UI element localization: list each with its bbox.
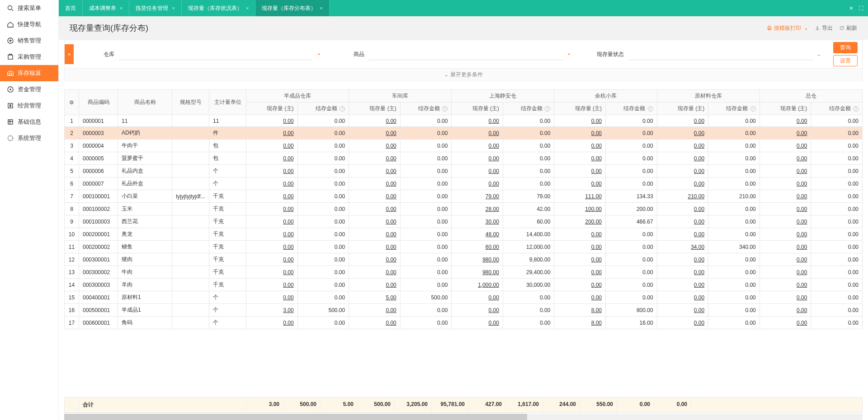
tab-4[interactable]: 现存量（库存分布表）× [255, 0, 329, 16]
qty-cell[interactable]: 0.00 [349, 127, 401, 140]
sidebar-item-0[interactable]: 搜索菜单 [0, 0, 58, 16]
tab-close-icon[interactable]: × [320, 5, 322, 11]
qty-cell[interactable]: 0.00 [349, 190, 401, 203]
qty-cell[interactable]: 0.00 [349, 203, 401, 215]
qty-cell[interactable]: 0.00 [760, 152, 811, 165]
qty-cell[interactable]: 0.00 [349, 266, 401, 279]
sidebar-item-1[interactable]: 快捷导航 [0, 16, 58, 33]
gear-column[interactable]: ⚙ [65, 90, 79, 115]
table-row[interactable]: 1000000111110.000.000.000.000.000.000.00… [65, 115, 863, 127]
status-input[interactable] [628, 48, 813, 60]
qty-cell[interactable]: 0.00 [452, 317, 503, 329]
qty-cell[interactable]: 0.00 [554, 241, 606, 253]
qty-cell[interactable]: 0.00 [349, 241, 401, 253]
qty-cell[interactable]: 0.00 [760, 190, 811, 203]
export-action[interactable]: 导出 [815, 24, 833, 32]
tab-3[interactable]: 现存量（库存状况表）× [182, 0, 255, 16]
qty-cell[interactable]: 0.00 [657, 304, 708, 317]
qty-cell[interactable]: 8.00 [554, 304, 606, 317]
qty-cell[interactable]: 0.00 [452, 291, 503, 304]
qty-cell[interactable]: 0.00 [452, 177, 503, 190]
qty-cell[interactable]: 0.00 [246, 253, 298, 266]
qty-cell[interactable]: 8.00 [554, 317, 606, 329]
qty-cell[interactable]: 0.00 [246, 127, 298, 140]
qty-cell[interactable]: 0.00 [760, 127, 811, 140]
help-icon[interactable]: ? [340, 106, 345, 112]
qty-cell[interactable]: 100.00 [554, 203, 606, 215]
qty-cell[interactable]: 0.00 [657, 279, 708, 291]
qty-cell[interactable]: 28.00 [452, 203, 503, 215]
qty-cell[interactable]: 0.00 [349, 152, 401, 165]
table-row[interactable]: 9000100003西兰花千克0.000.000.000.0030.0060.0… [65, 215, 863, 228]
table-row[interactable]: 13000300002牛肉千克0.000.000.000.00980.0029,… [65, 266, 863, 279]
table-row[interactable]: 30000004牛肉干包0.000.000.000.000.000.000.00… [65, 140, 863, 152]
warehouse-input[interactable] [119, 48, 313, 60]
qty-cell[interactable]: 1,000.00 [452, 279, 503, 291]
qty-cell[interactable]: 0.00 [760, 279, 811, 291]
qty-cell[interactable]: 0.00 [349, 228, 401, 241]
qty-cell[interactable]: 0.00 [246, 215, 298, 228]
table-row[interactable]: 15000400001原材料1个0.000.005.00500.000.000.… [65, 291, 863, 304]
qty-cell[interactable]: 0.00 [760, 165, 811, 177]
qty-cell[interactable]: 0.00 [246, 115, 298, 127]
sidebar-item-3[interactable]: 采购管理 [0, 49, 58, 65]
help-icon[interactable]: ? [853, 106, 859, 112]
qty-cell[interactable]: 0.00 [760, 304, 811, 317]
qty-cell[interactable]: 0.00 [760, 241, 811, 253]
qty-cell[interactable]: 0.00 [554, 115, 606, 127]
qty-cell[interactable]: 60.00 [452, 241, 503, 253]
qty-cell[interactable]: 0.00 [554, 165, 606, 177]
qty-cell[interactable]: 0.00 [760, 215, 811, 228]
qty-cell[interactable]: 0.00 [246, 152, 298, 165]
qty-cell[interactable]: 200.00 [554, 215, 606, 228]
qty-cell[interactable]: 0.00 [452, 152, 503, 165]
tab-0[interactable]: 首页 [59, 0, 83, 16]
tab-close-icon[interactable]: × [172, 5, 175, 11]
qty-cell[interactable]: 48.00 [452, 228, 503, 241]
qty-cell[interactable]: 0.00 [657, 291, 708, 304]
qty-cell[interactable]: 0.00 [657, 152, 708, 165]
table-row[interactable]: 17000600001角码个0.000.000.000.000.000.008.… [65, 317, 863, 329]
qty-cell[interactable]: 0.00 [246, 177, 298, 190]
qty-cell[interactable]: 0.00 [452, 304, 503, 317]
qty-cell[interactable]: 0.00 [246, 203, 298, 215]
table-row[interactable]: 40000005菠萝蜜干包0.000.000.000.000.000.000.0… [65, 152, 863, 165]
scrollbar-thumb[interactable] [64, 414, 527, 420]
qty-cell[interactable]: 0.00 [452, 115, 503, 127]
warehouse-picker-icon[interactable]: ··· [313, 51, 324, 57]
sidebar-item-4[interactable]: 库存核算 [0, 65, 58, 81]
qty-cell[interactable]: 111.00 [554, 190, 606, 203]
qty-cell[interactable]: 0.00 [349, 165, 401, 177]
qty-cell[interactable]: 0.00 [246, 165, 298, 177]
qty-cell[interactable]: 0.00 [760, 115, 811, 127]
qty-cell[interactable]: 0.00 [554, 228, 606, 241]
print-action[interactable]: 按模板打印 ⌄ [767, 24, 808, 32]
sidebar-item-8[interactable]: 系统管理 [0, 130, 58, 146]
collapse-handle[interactable]: » [65, 44, 74, 64]
qty-cell[interactable]: 980.00 [452, 266, 503, 279]
qty-cell[interactable]: 0.00 [657, 140, 708, 152]
qty-cell[interactable]: 0.00 [657, 266, 708, 279]
qty-cell[interactable]: 0.00 [349, 215, 401, 228]
tab-2[interactable]: 拣货任务管理× [129, 0, 181, 16]
qty-cell[interactable]: 0.00 [246, 228, 298, 241]
qty-cell[interactable]: 0.00 [554, 291, 606, 304]
qty-cell[interactable]: 0.00 [657, 215, 708, 228]
table-row[interactable]: 14000300003羊肉千克0.000.000.000.001,000.003… [65, 279, 863, 291]
expand-conditions[interactable]: ⌄ 展开更多条件 [64, 69, 863, 81]
qty-cell[interactable]: 0.00 [554, 140, 606, 152]
qty-cell[interactable]: 0.00 [554, 266, 606, 279]
qty-cell[interactable]: 980.00 [452, 253, 503, 266]
table-row[interactable]: 7000100001小白菜tyjyjtyjtyjdf...千克0.000.000… [65, 190, 863, 203]
sidebar-item-2[interactable]: 销售管理 [0, 33, 58, 49]
qty-cell[interactable]: 0.00 [246, 291, 298, 304]
table-row[interactable]: 11000200002鳗鱼千克0.000.000.000.0060.0012,0… [65, 241, 863, 253]
qty-cell[interactable]: 0.00 [760, 140, 811, 152]
qty-cell[interactable]: 0.00 [760, 253, 811, 266]
table-row[interactable]: 60000007礼品外盒个0.000.000.000.000.000.000.0… [65, 177, 863, 190]
table-row[interactable]: 10000200001奥龙千克0.000.000.000.0048.0014,4… [65, 228, 863, 241]
qty-cell[interactable]: 0.00 [657, 228, 708, 241]
tab-close-icon[interactable]: × [120, 5, 123, 11]
qty-cell[interactable]: 0.00 [349, 317, 401, 329]
table-row[interactable]: 16000500001半成品1个3.00500.000.000.000.000.… [65, 304, 863, 317]
